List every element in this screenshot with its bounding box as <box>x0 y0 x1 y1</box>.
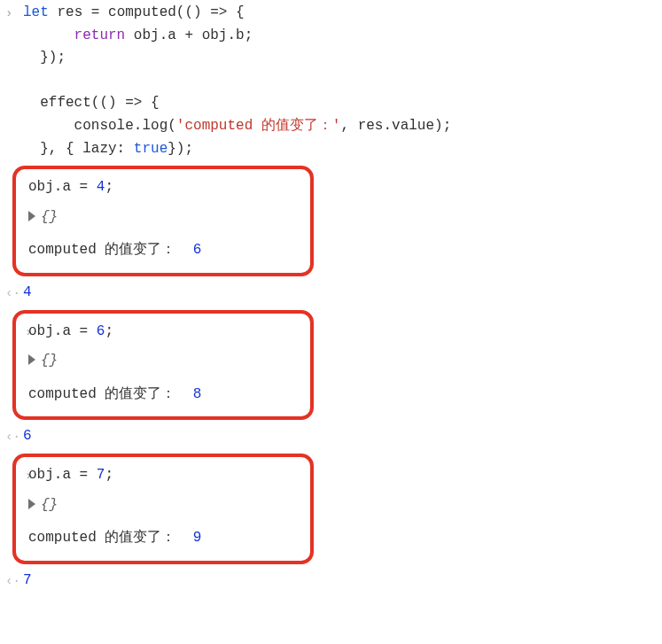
object-preview[interactable]: {} <box>41 497 58 513</box>
console-input-row[interactable]: › let res = computed(() => { return obj.… <box>0 0 662 162</box>
keyword-true: true <box>134 141 167 157</box>
disclosure-triangle-icon[interactable] <box>28 354 35 365</box>
console-output-row: ‹· 4 <box>0 280 662 306</box>
console-log-row[interactable]: {} <box>16 489 303 523</box>
disclosure-triangle-icon[interactable] <box>28 499 35 509</box>
return-value: 6 <box>23 428 32 444</box>
number-literal: 4 <box>97 179 105 195</box>
number-literal: 6 <box>193 242 202 258</box>
identifier: res <box>57 4 82 20</box>
console-log-row: computed 的值变了： 8 <box>16 378 303 412</box>
string-literal: 'computed 的值变了：' <box>176 118 341 134</box>
output-prompt-icon: ‹· <box>5 425 23 446</box>
return-value: 4 <box>23 284 32 300</box>
number-literal: 8 <box>193 386 202 402</box>
output-prompt-icon: ‹· <box>5 282 23 303</box>
console-input-row[interactable]: obj.a = 4; <box>16 175 303 201</box>
console-input-row[interactable]: › obj.a = 6; <box>16 319 303 345</box>
output-prompt-icon: ‹· <box>5 570 23 591</box>
object-preview[interactable]: {} <box>41 353 58 369</box>
console-log-row: computed 的值变了： 6 <box>16 234 303 268</box>
number-literal: 7 <box>97 467 105 483</box>
annotation-box: obj.a = 4; {} computed 的值变了： 6 <box>12 166 314 276</box>
console-log-row[interactable]: {} <box>16 201 303 235</box>
object-preview[interactable]: {} <box>41 209 58 225</box>
annotation-box: › obj.a = 6; {} computed 的值变了： 8 <box>12 310 314 421</box>
console-output-row: ‹· 6 <box>0 423 662 450</box>
annotation-box: › obj.a = 7; {} computed 的值变了： 9 <box>12 454 314 564</box>
number-literal: 9 <box>193 530 202 546</box>
number-literal: 6 <box>97 323 105 339</box>
console-log-row: computed 的值变了： 9 <box>16 522 303 555</box>
code-block: let res = computed(() => { return obj.a … <box>23 2 662 160</box>
keyword-return: return <box>74 27 126 43</box>
return-value: 7 <box>23 572 32 588</box>
console-input-row[interactable]: › obj.a = 7; <box>16 462 303 489</box>
disclosure-triangle-icon[interactable] <box>28 211 35 221</box>
keyword-let: let <box>23 4 49 20</box>
console-output-row: ‹· 7 <box>0 568 662 594</box>
input-prompt-icon: › <box>5 2 23 23</box>
console-log-row[interactable]: {} <box>16 345 303 378</box>
